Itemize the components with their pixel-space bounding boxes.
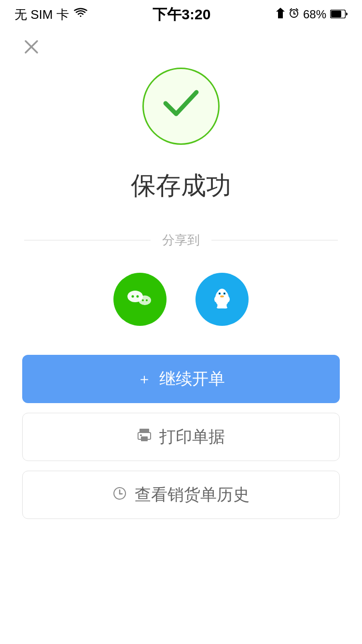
svg-point-19 xyxy=(220,295,224,297)
svg-point-8 xyxy=(132,295,134,298)
history-button[interactable]: 查看销货单历史 xyxy=(22,471,340,519)
share-label: 分享到 xyxy=(151,232,211,249)
divider-line-right xyxy=(211,240,338,240)
svg-rect-4 xyxy=(331,11,341,17)
svg-rect-25 xyxy=(139,429,149,433)
status-time: 下午3:20 xyxy=(153,5,210,25)
battery-icon xyxy=(330,8,348,21)
print-label: 打印单据 xyxy=(159,426,225,448)
svg-point-24 xyxy=(223,307,227,308)
qq-share-button[interactable] xyxy=(195,273,249,326)
plus-icon: ＋ xyxy=(137,369,152,389)
svg-point-21 xyxy=(226,296,230,302)
status-right: 68% xyxy=(276,8,348,21)
status-bar: 无 SIM 卡 下午3:20 68% xyxy=(0,0,362,29)
divider-line-left xyxy=(24,240,151,240)
close-button[interactable] xyxy=(19,35,43,59)
battery-label: 68% xyxy=(303,8,326,21)
buttons-section: ＋ 继续开单 打印单据 xyxy=(0,355,362,519)
clock-icon xyxy=(112,486,127,504)
success-circle xyxy=(142,68,220,145)
alarm-icon xyxy=(289,8,299,21)
status-left: 无 SIM 卡 xyxy=(14,6,87,23)
svg-point-18 xyxy=(224,293,225,294)
main-content: 保存成功 分享到 xyxy=(0,29,362,519)
share-section: 分享到 xyxy=(0,232,362,326)
svg-point-10 xyxy=(139,295,151,305)
printer-icon xyxy=(137,429,152,446)
wifi-icon xyxy=(74,8,87,21)
wechat-share-button[interactable] xyxy=(113,273,167,326)
svg-point-20 xyxy=(214,296,218,302)
svg-point-14 xyxy=(217,289,227,300)
svg-point-9 xyxy=(137,295,139,298)
success-title: 保存成功 xyxy=(131,169,231,203)
continue-button[interactable]: ＋ 继续开单 xyxy=(22,355,340,403)
share-icons xyxy=(113,273,249,326)
svg-rect-28 xyxy=(140,434,142,436)
svg-point-12 xyxy=(146,299,148,301)
svg-point-11 xyxy=(142,299,144,301)
share-divider: 分享到 xyxy=(0,232,362,249)
sim-label: 无 SIM 卡 xyxy=(14,6,69,23)
history-label: 查看销货单历史 xyxy=(135,484,250,506)
svg-rect-27 xyxy=(141,436,148,441)
continue-label: 继续开单 xyxy=(159,368,225,390)
print-button[interactable]: 打印单据 xyxy=(22,413,340,461)
svg-point-23 xyxy=(217,307,222,308)
location-icon xyxy=(276,8,285,21)
check-icon xyxy=(162,86,200,126)
svg-point-17 xyxy=(219,293,220,294)
